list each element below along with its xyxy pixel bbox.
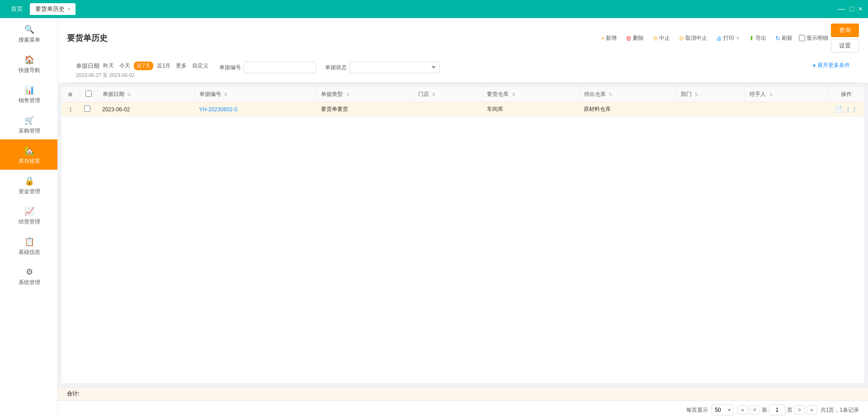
data-table: ⚙ 单据日期 ⇅ 单据编号 ⇅: [61, 87, 864, 117]
filter-docno-input[interactable]: [244, 62, 316, 73]
print-dropdown-icon[interactable]: ▼: [736, 36, 740, 41]
filter-status-select[interactable]: [349, 62, 440, 73]
refresh-button[interactable]: ↻ 刷新: [773, 33, 795, 44]
prev-group-button[interactable]: «: [737, 405, 748, 414]
purchase-icon: 🛒: [24, 115, 34, 125]
row-req-warehouse: 车间库: [482, 102, 579, 117]
date-btn-7days[interactable]: 近7天: [134, 62, 153, 70]
system-icon: ⚙: [26, 267, 33, 277]
tab-home-label: 首页: [11, 5, 23, 13]
filter-date-top: 单据日期 昨天 今天 近7天 近1月 更多 自定义: [76, 62, 210, 70]
sort-store-icon[interactable]: ⇅: [432, 92, 435, 97]
page-size-select[interactable]: 50 10 20 100: [712, 405, 734, 415]
stop-button[interactable]: ⊘ 中止: [650, 33, 673, 44]
th-doc-type: 单据类型 ⇅: [316, 87, 413, 102]
setting-button[interactable]: 设置: [831, 39, 859, 52]
sales-icon: 📊: [24, 85, 34, 95]
th-req-warehouse: 要货仓库 ⇅: [482, 87, 579, 102]
filter-date-btns: 昨天 今天 近7天 近1月 更多 自定义: [101, 62, 210, 70]
sidebar: 🔍 搜索菜单 🏠 快捷导航 📊 销售管理 🛒 采购管理 🏡 库存核算 🔒 资金管…: [0, 18, 58, 419]
date-btn-yesterday[interactable]: 昨天: [101, 62, 116, 70]
sidebar-item-inventory[interactable]: 🏡 库存核算: [0, 139, 57, 170]
filter-date-range: 2023-05-27 至 2023-06-02: [76, 72, 135, 79]
row-action-more-icon[interactable]: ⋮⋮: [845, 106, 858, 113]
export-button[interactable]: ⬆ 导出: [746, 33, 769, 44]
prev-button[interactable]: <: [750, 405, 760, 414]
settings-icon[interactable]: ⚙: [68, 91, 73, 98]
cancel-stop-button[interactable]: ⊘ 取消中止: [676, 33, 710, 44]
display-detail-button[interactable]: 显示明细: [799, 34, 828, 42]
footer-total-label: 合计:: [67, 390, 80, 398]
date-btn-1month[interactable]: 近1月: [155, 62, 173, 70]
th-wait-warehouse: 待出仓库 ⇅: [579, 87, 676, 102]
table-row: 1 2023-06-02 YH-20230602-0 要货单要货 车间库 原材料…: [61, 102, 864, 117]
next-button[interactable]: >: [794, 405, 805, 414]
sidebar-item-sales[interactable]: 📊 销售管理: [0, 79, 57, 109]
table-container: ⚙ 单据日期 ⇅ 单据编号 ⇅: [61, 87, 864, 383]
sort-dept-icon[interactable]: ⇅: [694, 92, 698, 97]
th-handler-label: 经手人: [750, 91, 766, 97]
current-page-input[interactable]: [769, 405, 785, 415]
expand-more-btn[interactable]: ▾ 展开更多条件: [813, 62, 850, 69]
sort-handler-icon[interactable]: ⇅: [769, 92, 773, 97]
filter-date-label: 单据日期: [76, 62, 99, 70]
sidebar-item-label-inventory: 库存核算: [19, 157, 40, 165]
delete-button[interactable]: 🗑 删除: [623, 33, 646, 44]
date-btn-custom[interactable]: 自定义: [190, 62, 210, 70]
th-doc-no: 单据编号 ⇅: [194, 87, 316, 102]
select-all-checkbox[interactable]: [85, 90, 92, 97]
th-doc-no-label: 单据编号: [199, 91, 221, 97]
display-detail-checkbox[interactable]: [799, 35, 805, 41]
sort-req-warehouse-icon[interactable]: ⇅: [512, 92, 515, 97]
query-button[interactable]: 查询: [831, 24, 859, 37]
print-button[interactable]: 🖨 打印 ▼: [713, 33, 743, 44]
th-req-warehouse-label: 要货仓库: [487, 91, 509, 97]
row-action-view-icon[interactable]: 📄: [835, 106, 842, 113]
page-prefix: 第: [762, 406, 767, 414]
date-btn-today[interactable]: 今天: [118, 62, 132, 70]
sidebar-item-label-search: 搜索菜单: [19, 36, 40, 44]
sidebar-item-basic-info[interactable]: 📋 基础信息: [0, 230, 57, 261]
sidebar-item-operation[interactable]: 📈 经营管理: [0, 200, 57, 230]
next-group-button[interactable]: »: [807, 405, 817, 414]
sidebar-item-quick-nav[interactable]: 🏠 快捷导航: [0, 48, 57, 79]
filter-date-section: 单据日期 昨天 今天 近7天 近1月 更多 自定义 2023-05-27 至 2…: [76, 62, 210, 79]
stop-label: 中止: [659, 34, 670, 42]
row-dept: [676, 102, 745, 117]
th-settings: ⚙: [61, 87, 80, 102]
sort-doc-date-icon[interactable]: ⇅: [127, 92, 131, 97]
page-nav: « < 第 页 > »: [737, 405, 816, 415]
table-header-row: ⚙ 单据日期 ⇅ 单据编号 ⇅: [61, 87, 864, 102]
maximize-icon[interactable]: □: [849, 5, 854, 13]
sidebar-item-label-basic-info: 基础信息: [19, 248, 40, 256]
th-dept: 部门 ⇅: [676, 87, 745, 102]
tab-home[interactable]: 首页: [5, 3, 28, 15]
sidebar-item-finance[interactable]: 🔒 资金管理: [0, 170, 57, 200]
sort-doc-type-icon[interactable]: ⇅: [346, 92, 349, 97]
tab-close-icon[interactable]: ×: [67, 6, 70, 12]
inventory-icon: 🏡: [24, 146, 34, 156]
new-button[interactable]: + 新增: [599, 33, 620, 44]
page-header: 要货单历史 + 新增 🗑 删除 ⊘ 中止: [58, 18, 868, 83]
total-info: 共1页，1条记录: [821, 406, 859, 414]
sort-wait-warehouse-icon[interactable]: ⇅: [609, 92, 612, 97]
main-layout: 🔍 搜索菜单 🏠 快捷导航 📊 销售管理 🛒 采购管理 🏡 库存核算 🔒 资金管…: [0, 18, 868, 419]
sidebar-item-search[interactable]: 🔍 搜索菜单: [0, 18, 57, 48]
sidebar-item-system[interactable]: ⚙ 系统管理: [0, 261, 57, 291]
doc-link[interactable]: YH-20230602-0: [199, 106, 237, 113]
page-size-label: 每页显示: [686, 406, 708, 414]
row-doc-type: 要货单要货: [316, 102, 413, 117]
th-checkbox: [80, 87, 98, 102]
top-bar: 首页 要货单历史 × — □ ×: [0, 0, 868, 18]
sort-doc-no-icon[interactable]: ⇅: [224, 92, 227, 97]
row-select-checkbox[interactable]: [84, 105, 90, 112]
filter-status-item: 单据状态: [325, 62, 440, 73]
sidebar-item-purchase[interactable]: 🛒 采购管理: [0, 109, 57, 139]
date-btn-more[interactable]: 更多: [174, 62, 189, 70]
minimize-icon[interactable]: —: [838, 5, 845, 13]
tab-active[interactable]: 要货单历史 ×: [30, 3, 75, 15]
close-icon[interactable]: ×: [859, 5, 863, 13]
th-dept-label: 部门: [681, 91, 692, 97]
row-num: 1: [61, 102, 80, 117]
window-controls: — □ ×: [838, 5, 863, 13]
